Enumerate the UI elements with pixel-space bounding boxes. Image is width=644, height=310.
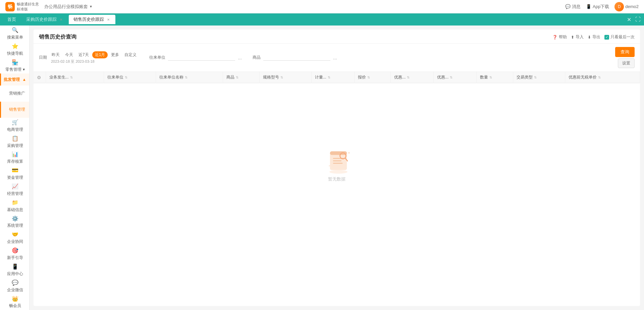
sort-icon-quantity: ⇅	[489, 75, 492, 79]
th-pre-tax-price[interactable]: 优惠前无税单价 ⇅	[565, 72, 640, 83]
message-action[interactable]: 💬 消息	[565, 4, 581, 10]
th-discount2[interactable]: 优惠... ⇅	[434, 72, 477, 83]
logo-icon: 畅	[5, 2, 15, 11]
th-unit[interactable]: 计量... ⇅	[311, 72, 354, 83]
system-icon: ⚙️	[12, 215, 18, 222]
product-dots-btn[interactable]: ...	[333, 55, 337, 60]
tab-home[interactable]: 首页	[3, 15, 21, 24]
date-btn-1month[interactable]: 近1月	[92, 51, 108, 58]
logo-area: 畅 畅捷通好生意 标准版	[5, 2, 39, 11]
sidebar-item-marketing[interactable]: 营销推广	[0, 86, 29, 102]
sidebar: 🔍 搜索菜单 ⭐ 快捷导航 🏪 零售管理 ▾ 批发管理 ▴ 营销推广 销售管理 …	[0, 25, 30, 310]
top-header: 畅 畅捷通好生意 标准版 办公用品行业模拟账套 ▼ 💬 消息 📱 App下载 D…	[0, 0, 644, 13]
sidebar-item-app-center[interactable]: 📱 应用中心	[0, 262, 29, 278]
chevron-down-icon: ▼	[89, 5, 93, 8]
query-button[interactable]: 查询	[615, 47, 635, 57]
page-card: 销售历史价查询 ❓ 帮助 ⬆ 导入 ⬇ 导出 ✓	[34, 30, 640, 306]
only-last-checkbox[interactable]: ✓ 只看最后一次	[604, 34, 635, 40]
sidebar-item-search-menu[interactable]: 🔍 搜索菜单	[0, 25, 29, 42]
app-selector[interactable]: 办公用品行业模拟账套 ▼	[42, 2, 95, 11]
sidebar-item-enterprise-coop[interactable]: 🤝 企业协同	[0, 230, 29, 246]
logo-text: 畅捷通好生意 标准版	[17, 2, 39, 11]
export-icon: ⬇	[588, 35, 591, 40]
sort-icon-pre-tax-price: ⇅	[598, 75, 601, 79]
sidebar-item-operation[interactable]: 📈 经营管理	[0, 182, 29, 198]
tab-purchase-close[interactable]: ✕	[59, 17, 63, 22]
tab-expand-btn[interactable]: ⛶	[635, 16, 641, 23]
sidebar-item-member[interactable]: 👑 畅会员	[0, 294, 29, 310]
sidebar-item-basic-info[interactable]: 📁 基础信息	[0, 198, 29, 214]
export-btn[interactable]: ⬇ 导出	[588, 34, 600, 40]
sidebar-item-inventory[interactable]: 📊 库存核算	[0, 150, 29, 166]
sidebar-item-ecommerce[interactable]: 🛒 电商管理	[0, 118, 29, 134]
member-icon: 👑	[12, 296, 18, 303]
sidebar-item-finance[interactable]: 💳 资金管理	[0, 166, 29, 182]
svg-rect-5	[333, 163, 343, 164]
date-range-buttons: 昨天 今天 近7天 近1月 更多 自定义	[50, 51, 139, 58]
date-filter-group: 日期 昨天 今天 近7天 近1月 更多 自定义 2023-02-18 至 202…	[39, 51, 139, 64]
tab-purchase[interactable]: 采购历史价跟踪 ✕	[21, 15, 68, 24]
download-icon: 📱	[586, 4, 591, 9]
th-partner-code[interactable]: 往来单位 ⇅	[104, 72, 156, 83]
sidebar-item-new-guide[interactable]: 🎯 新手引导	[0, 246, 29, 262]
content-area: 销售历史价查询 ❓ 帮助 ⬆ 导入 ⬇ 导出 ✓	[30, 25, 644, 310]
date-btn-yesterday[interactable]: 昨天	[50, 51, 62, 58]
date-btn-more[interactable]: 更多	[109, 51, 121, 58]
th-settings[interactable]: ⚙	[34, 72, 46, 83]
ecommerce-icon: 🛒	[12, 119, 18, 126]
header-left: 畅 畅捷通好生意 标准版 办公用品行业模拟账套 ▼	[5, 2, 95, 11]
th-quote-price[interactable]: 报价 ⇅	[354, 72, 391, 83]
sidebar-item-enterprise-wechat[interactable]: 💬 企业微信	[0, 278, 29, 294]
tab-close-all-btn[interactable]: ✕	[626, 16, 632, 23]
th-partner-name[interactable]: 往来单位名称 ⇅	[156, 72, 223, 83]
th-quantity[interactable]: 数量 ⇅	[477, 72, 513, 83]
sort-icon-partner-code: ⇅	[125, 75, 127, 79]
tab-sales-close[interactable]: ✕	[106, 17, 111, 22]
sidebar-item-sales-mgmt[interactable]: 销售管理	[0, 102, 29, 118]
sidebar-item-retail[interactable]: 🏪 零售管理 ▾	[0, 58, 29, 74]
sidebar-item-purchase[interactable]: 📋 采购管理	[0, 134, 29, 150]
settings-button[interactable]: 设置	[618, 58, 635, 68]
product-filter-label: 商品	[253, 55, 261, 60]
empty-state: 暂无数据	[34, 83, 640, 244]
th-discount1[interactable]: 优惠... ⇅	[391, 72, 434, 83]
settings-gear-icon[interactable]: ⚙	[37, 75, 41, 80]
partner-dots-btn[interactable]: ...	[238, 55, 242, 60]
partner-input[interactable]	[168, 54, 235, 61]
app-download-action[interactable]: 📱 App下载	[586, 4, 609, 10]
user-action[interactable]: D demo2	[614, 2, 639, 11]
product-input[interactable]	[263, 54, 330, 61]
product-filter-group: 商品 ...	[253, 54, 337, 61]
th-spec[interactable]: 规格型号 ⇅	[260, 72, 312, 83]
date-btn-today[interactable]: 今天	[63, 51, 75, 58]
help-btn[interactable]: ❓ 帮助	[552, 34, 567, 40]
help-icon: ❓	[552, 35, 557, 40]
empty-illustration	[323, 145, 350, 172]
date-filter-container: 昨天 今天 近7天 近1月 更多 自定义 2023-02-18 至 2023-0…	[50, 51, 139, 64]
svg-point-9	[329, 165, 330, 166]
th-trade-type[interactable]: 交易类型 ⇅	[513, 72, 565, 83]
page-actions: ❓ 帮助 ⬆ 导入 ⬇ 导出 ✓ 只看最后一次	[552, 34, 635, 40]
th-product[interactable]: 商品 ⇅	[223, 72, 260, 83]
import-btn[interactable]: ⬆ 导入	[571, 34, 584, 40]
retail-icon: 🏪	[12, 59, 18, 66]
svg-rect-4	[333, 160, 341, 161]
guide-icon: 🎯	[12, 247, 18, 254]
main-layout: 🔍 搜索菜单 ⭐ 快捷导航 🏪 零售管理 ▾ 批发管理 ▴ 营销推广 销售管理 …	[0, 25, 644, 310]
sort-icon-trade-type: ⇅	[534, 75, 537, 79]
page-title: 销售历史价查询	[39, 34, 76, 41]
header-right: 💬 消息 📱 App下载 D demo2	[565, 2, 639, 11]
sidebar-item-system[interactable]: ⚙️ 系统管理	[0, 214, 29, 230]
date-btn-custom[interactable]: 自定义	[122, 51, 139, 58]
sort-icon-biz-date: ⇅	[70, 75, 73, 79]
sidebar-item-quick-nav[interactable]: ⭐ 快捷导航	[0, 42, 29, 58]
finance-icon: 💳	[12, 167, 18, 174]
date-btn-7days[interactable]: 近7天	[76, 51, 91, 58]
partner-filter-group: 往来单位 ...	[149, 54, 242, 61]
tab-sales[interactable]: 销售历史价跟踪 ✕	[69, 15, 115, 24]
app-center-icon: 📱	[12, 263, 18, 270]
sort-icon-quote-price: ⇅	[367, 75, 370, 79]
sidebar-item-wholesale[interactable]: 批发管理 ▴	[0, 73, 29, 86]
th-biz-date[interactable]: 业务发生... ⇅	[46, 72, 104, 83]
tab-bar-right: ✕ ⛶	[626, 16, 641, 23]
